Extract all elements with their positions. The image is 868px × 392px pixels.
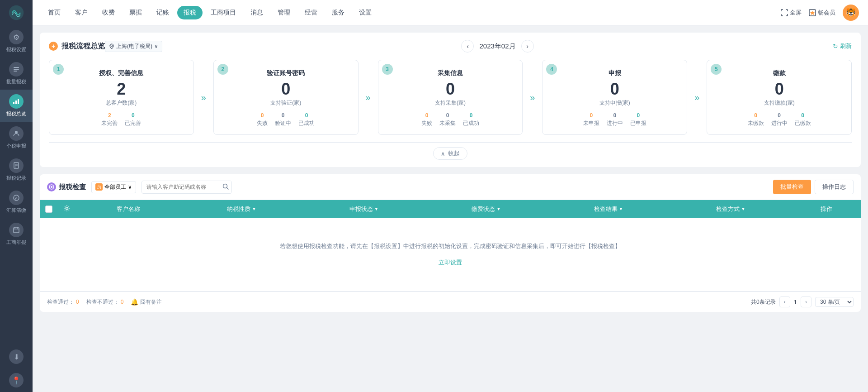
th-check-method[interactable]: 检查方式 ▼ (670, 200, 792, 218)
chevron-up-icon: ∧ (441, 150, 445, 157)
stat-unpaid: 0 未缴款 (748, 112, 764, 127)
svg-line-24 (227, 187, 229, 189)
staff-filter[interactable]: 员 全部员工 ∨ (91, 181, 136, 193)
pagination: 共0条记录 ‹ 1 › 30 条/页 50 条/页 100 条/页 (751, 296, 854, 307)
stat-success-3: 0 已成功 (463, 112, 479, 127)
month-nav: ‹ 2023年02月 › (461, 40, 533, 53)
search-button[interactable] (219, 181, 232, 193)
nav-accounting[interactable]: 记账 (150, 6, 175, 19)
step-unit-4: 支持申报(家) (599, 99, 630, 107)
step-title-1: 授权、完善信息 (99, 69, 143, 77)
table-settings-icon[interactable] (63, 205, 71, 212)
sidebar-item-tax-settings[interactable]: ⚙ 报税设置 (0, 25, 33, 57)
fullscreen-button[interactable]: 全屏 (781, 9, 802, 17)
location-badge-icon (109, 43, 114, 49)
nav-message[interactable]: 消息 (244, 6, 269, 19)
nav-fee[interactable]: 收费 (96, 6, 121, 19)
svg-rect-14 (14, 228, 19, 233)
nav-business[interactable]: 工商项目 (204, 6, 242, 19)
member-button[interactable]: 畅会员 (809, 9, 835, 17)
sidebar-item-batch-tax[interactable]: 批量报税 (0, 57, 33, 90)
prev-month-button[interactable]: ‹ (461, 40, 474, 53)
location-badge[interactable]: 上海(电子税局) ∨ (105, 41, 162, 52)
user-avatar[interactable]: 🐯 (843, 5, 859, 21)
stat-in-progress-5: 0 进行中 (771, 112, 788, 127)
th-declare-status[interactable]: 申报状态 ▼ (303, 200, 425, 218)
sidebar-item-individual-tax[interactable]: 个税申报 (0, 122, 33, 154)
th-fee-status[interactable]: 缴费状态 ▼ (425, 200, 547, 218)
fail-count[interactable]: 0 (121, 299, 124, 305)
stat-uncollected: 0 未采集 (439, 112, 456, 127)
step-arrow-4: » (693, 92, 701, 103)
step-card-1: 1 授权、完善信息 2 总客户数(家) 2 未完善 0 已完善 (49, 60, 194, 135)
check-table: 客户名称 纳税性质 ▼ 申报状态 (40, 200, 861, 292)
setup-link[interactable]: 立即设置 (439, 259, 462, 266)
app-logo[interactable] (0, 0, 33, 25)
stat-paid: 0 已缴款 (795, 112, 811, 127)
tax-settings-icon: ⚙ (9, 30, 24, 44)
svg-point-7 (15, 131, 18, 134)
step-count-3: 0 (446, 81, 455, 97)
step-number-2: 2 (217, 64, 228, 75)
step-stats-1: 2 未完善 0 已完善 (101, 112, 141, 127)
svg-point-22 (51, 186, 52, 188)
select-all-checkbox[interactable] (45, 206, 52, 213)
stat-fail-3: 0 失败 (421, 112, 432, 127)
check-result-filter-icon: ▼ (619, 206, 623, 211)
collapse-button[interactable]: ∧ 收起 (433, 147, 467, 160)
fee-status-filter-icon: ▼ (496, 206, 501, 211)
declare-status-filter-icon: ▼ (374, 206, 379, 211)
operation-log-button[interactable]: 操作日志 (815, 180, 854, 194)
sidebar-item-clearing[interactable]: ¥ 汇算清缴 (0, 186, 33, 218)
step-card-2: 2 验证账号密码 0 支持验证(家) 0 失败 0 验证中 (213, 60, 359, 135)
overview-card: + 报税流程总览 上海(电子税局) ∨ ‹ 2023年02月 › (40, 33, 861, 167)
nav-manage[interactable]: 管理 (271, 6, 297, 19)
pass-count[interactable]: 0 (76, 299, 79, 305)
nav-customer[interactable]: 客户 (69, 6, 94, 19)
batch-check-button[interactable]: 批量检查 (773, 180, 811, 194)
step-stats-5: 0 未缴款 0 进行中 0 已缴款 (748, 112, 811, 127)
step-number-5: 5 (711, 64, 722, 75)
svg-point-25 (66, 207, 68, 210)
step-card-5: 5 缴款 0 支持缴款(家) 0 未缴款 0 进行中 (707, 60, 852, 135)
page-size-select[interactable]: 30 条/页 50 条/页 100 条/页 (815, 297, 854, 307)
sidebar-item-tax-record[interactable]: 报税记录 (0, 154, 33, 186)
nav-operation[interactable]: 经营 (298, 6, 324, 19)
th-customer-name: 客户名称 (76, 200, 180, 218)
step-stats-3: 0 失败 0 未采集 0 已成功 (421, 112, 479, 127)
tax-overview-icon (9, 94, 24, 109)
batch-tax-icon (9, 62, 24, 76)
next-month-button[interactable]: › (521, 40, 534, 53)
svg-text:¥: ¥ (14, 196, 17, 201)
prev-page-button[interactable]: ‹ (779, 296, 790, 307)
next-page-button[interactable]: › (801, 296, 811, 307)
nav-settings[interactable]: 设置 (353, 6, 378, 19)
step-count-1: 2 (117, 81, 126, 97)
search-icon (222, 183, 229, 190)
th-check-result[interactable]: 检查结果 ▼ (547, 200, 670, 218)
staff-icon: 员 (95, 183, 103, 191)
svg-rect-5 (15, 100, 17, 104)
step-unit-1: 总客户数(家) (106, 99, 137, 107)
svg-rect-1 (14, 67, 19, 68)
step-number-1: 1 (53, 64, 64, 75)
sidebar-item-annual-report[interactable]: 工商年报 (0, 218, 33, 250)
step-arrow-3: » (528, 92, 537, 103)
nav-home[interactable]: 首页 (42, 6, 67, 19)
download-icon: ⬇ (9, 349, 24, 364)
th-tax-nature[interactable]: 纳税性质 ▼ (180, 200, 303, 218)
stat-complete: 0 已完善 (125, 112, 141, 127)
clearing-icon: ¥ (9, 191, 24, 205)
nav-tax[interactable]: 报税 (177, 6, 203, 19)
step-unit-3: 支持采集(家) (435, 99, 466, 107)
stat-undeclared: 0 未申报 (583, 112, 599, 127)
nav-invoice[interactable]: 票据 (123, 6, 148, 19)
sidebar-item-location[interactable]: 📍 (0, 368, 33, 392)
nav-service[interactable]: 服务 (326, 6, 351, 19)
sidebar-item-tax-overview[interactable]: 报税总览 (0, 90, 33, 122)
svg-point-20 (111, 45, 113, 47)
search-input[interactable] (142, 182, 219, 192)
topbar-actions: 全屏 畅会员 🐯 (781, 5, 859, 21)
sidebar-item-download[interactable]: ⬇ (0, 345, 33, 368)
refresh-button[interactable]: ↻ 刷新 (833, 42, 852, 50)
